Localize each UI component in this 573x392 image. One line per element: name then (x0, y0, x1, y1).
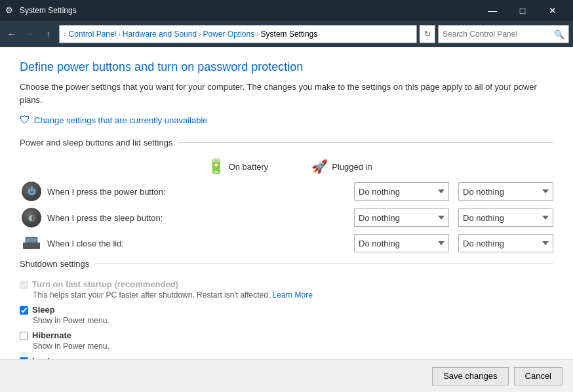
sleep-sublabel: Show in Power menu. (33, 316, 553, 325)
power-button-plugged-select[interactable]: Do nothing Sleep Hibernate Shut down Tur… (458, 182, 553, 201)
hibernate-label: Hibernate (32, 330, 71, 340)
power-button-battery-select[interactable]: Do nothing Sleep Hibernate Shut down Tur… (354, 182, 449, 201)
bottom-bar: Save changes Cancel (0, 359, 573, 392)
battery-column-header: 🔋 On battery (190, 158, 285, 175)
svg-rect-0 (23, 243, 40, 249)
sleep-shutdown-label: Sleep (32, 305, 55, 315)
breadcrumb-control-panel[interactable]: Control Panel (69, 29, 117, 39)
minimize-button[interactable]: — (477, 0, 507, 21)
fast-startup-label: Turn on fast startup (recommended) (32, 279, 178, 289)
change-settings-link[interactable]: 🛡 Change settings that are currently una… (20, 114, 553, 126)
hibernate-row: Hibernate (20, 330, 553, 340)
sleep-button-plugged-select[interactable]: Do nothing Sleep Hibernate Shut down Tur… (458, 208, 553, 227)
shutdown-section-header: Shutdown settings (20, 259, 553, 269)
sleep-button-icon: ◐ (22, 208, 41, 227)
lid-row: When I close the lid: Do nothing Sleep H… (20, 234, 553, 252)
breadcrumb: › Control Panel › Hardware and Sound › P… (59, 25, 417, 43)
sleep-button-row: ◐ When I press the sleep button: Do noth… (20, 208, 553, 227)
up-button[interactable]: ↑ (41, 26, 56, 42)
fast-startup-checkbox[interactable] (20, 281, 28, 289)
power-button-label: When I press the power button: (43, 187, 354, 197)
lid-label: When I close the lid: (43, 239, 354, 248)
breadcrumb-current: System Settings (261, 29, 318, 39)
svg-rect-2 (26, 238, 37, 243)
refresh-button[interactable]: ↻ (420, 25, 435, 43)
breadcrumb-hardware-sound[interactable]: Hardware and Sound (123, 29, 197, 39)
hibernate-container: Hibernate Show in Power menu. (20, 330, 553, 351)
breadcrumb-sep-2: › (199, 31, 201, 38)
battery-label: On battery (229, 162, 269, 172)
change-settings-text: Change settings that are currently unava… (34, 115, 208, 125)
lid-icon-container (20, 235, 43, 251)
search-icon: 🔍 (554, 29, 564, 39)
addressbar: ← → ↑ › Control Panel › Hardware and Sou… (0, 21, 573, 47)
sleep-button-plugged-dropdown[interactable]: Do nothing Sleep Hibernate Shut down Tur… (458, 208, 553, 227)
page-description: Choose the power settings that you want … (20, 81, 553, 106)
save-button[interactable]: Save changes (432, 367, 508, 385)
power-section-label: Power and sleep buttons and lid settings (20, 138, 172, 147)
plugged-label: Plugged in (332, 162, 372, 172)
sleep-button-battery-select[interactable]: Do nothing Sleep Hibernate Shut down Tur… (354, 208, 449, 227)
sleep-button-label: When I press the sleep button: (43, 213, 354, 223)
power-button-row: ⏻ When I press the power button: Do noth… (20, 182, 553, 201)
section-divider (178, 142, 553, 143)
power-button-battery-dropdown[interactable]: Do nothing Sleep Hibernate Shut down Tur… (354, 182, 449, 201)
breadcrumb-power-options[interactable]: Power Options (203, 29, 255, 39)
sleep-button-icon-container: ◐ (20, 208, 43, 227)
breadcrumb-sep-3: › (256, 31, 258, 38)
search-box: 🔍 (438, 25, 569, 43)
shutdown-divider (94, 264, 553, 264)
titlebar: ⚙ System Settings — □ ✕ (0, 0, 573, 21)
sleep-container: Sleep Show in Power menu. (20, 305, 553, 325)
back-button[interactable]: ← (4, 26, 20, 42)
sleep-checkbox[interactable] (20, 306, 28, 315)
search-input[interactable] (443, 29, 554, 39)
lid-plugged-dropdown[interactable]: Do nothing Sleep Hibernate Shut down Tur… (458, 234, 553, 252)
lid-battery-select[interactable]: Do nothing Sleep Hibernate Shut down Tur… (354, 234, 449, 252)
forward-button[interactable]: → (22, 26, 38, 42)
learn-more-link[interactable]: Learn More (273, 290, 313, 300)
power-button-plugged-dropdown[interactable]: Do nothing Sleep Hibernate Shut down Tur… (458, 182, 553, 201)
content-area: Define power buttons and turn on passwor… (0, 47, 573, 392)
power-button-icon-container: ⏻ (20, 182, 43, 201)
lid-plugged-select[interactable]: Do nothing Sleep Hibernate Shut down Tur… (458, 234, 553, 252)
sleep-shutdown-row: Sleep (20, 305, 553, 315)
close-button[interactable]: ✕ (538, 0, 568, 21)
power-section-header: Power and sleep buttons and lid settings (20, 138, 553, 147)
shutdown-section-label: Shutdown settings (20, 259, 89, 269)
power-button-icon: ⏻ (22, 182, 41, 201)
sleep-button-battery-dropdown[interactable]: Do nothing Sleep Hibernate Shut down Tur… (354, 208, 449, 227)
lid-icon (22, 236, 41, 250)
fast-startup-container: Turn on fast startup (recommended) This … (20, 279, 553, 300)
plugin-icon: 🚀 (311, 159, 328, 174)
window-title: System Settings (20, 6, 477, 15)
cancel-button[interactable]: Cancel (514, 367, 563, 385)
lid-battery-dropdown[interactable]: Do nothing Sleep Hibernate Shut down Tur… (354, 234, 449, 252)
main-container: Define power buttons and turn on passwor… (0, 47, 573, 392)
page-title: Define power buttons and turn on passwor… (20, 60, 553, 74)
fast-startup-row: Turn on fast startup (recommended) (20, 279, 553, 289)
fast-startup-sublabel: This helps start your PC faster after sh… (33, 290, 553, 300)
breadcrumb-sep-1: › (118, 31, 120, 38)
shield-icon: 🛡 (20, 114, 30, 126)
column-headers: 🔋 On battery 🚀 Plugged in (20, 158, 553, 175)
hibernate-checkbox[interactable] (20, 332, 28, 340)
window-controls: — □ ✕ (477, 0, 568, 21)
hibernate-sublabel: Show in Power menu. (33, 342, 553, 351)
window-icon: ⚙ (5, 5, 16, 16)
battery-icon: 🔋 (207, 158, 225, 175)
plugged-column-header: 🚀 Plugged in (294, 159, 389, 174)
maximize-button[interactable]: □ (507, 0, 538, 21)
